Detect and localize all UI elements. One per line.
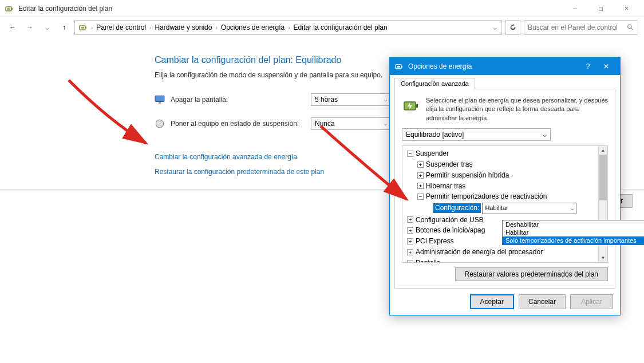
svg-rect-8: [155, 96, 164, 101]
setting-label: Apagar la pantalla:: [171, 96, 311, 104]
window-title: Editar la configuración del plan: [18, 5, 562, 13]
breadcrumb-item[interactable]: Hardware y sonido: [152, 22, 214, 33]
help-button[interactable]: ?: [579, 58, 597, 74]
tree-display[interactable]: Pantalla: [416, 258, 440, 263]
panel-description: Seleccione el plan de energía que desea …: [402, 96, 608, 123]
refresh-button[interactable]: [505, 20, 520, 35]
search-box[interactable]: [524, 20, 638, 35]
apply-button: Aplicar: [570, 294, 613, 309]
dialog-buttons: Aceptar Cancelar Aplicar: [390, 289, 620, 315]
restore-defaults-button[interactable]: Restaurar valores predeterminados del pl…: [455, 267, 608, 281]
chevron-down-icon: ⌵: [384, 97, 387, 102]
battery-icon: [78, 23, 88, 32]
navbar: ← → ⌵ ↑ › Panel de control › Hardware y …: [0, 17, 644, 38]
svg-rect-2: [7, 8, 10, 10]
settings-tree[interactable]: −Suspender +Suspender tras +Permitir sus…: [402, 145, 608, 263]
tree-cpu[interactable]: Administración de energía del procesador: [416, 247, 543, 257]
tree-buttons[interactable]: Botones de inicio/apag: [416, 226, 485, 235]
tree-wake-timers[interactable]: Permitir temporizadores de reactivación: [426, 192, 547, 202]
display-timeout-select[interactable]: 5 horas ⌵: [311, 93, 391, 106]
search-input[interactable]: [528, 23, 627, 31]
tree-pci[interactable]: PCI Express: [416, 236, 454, 246]
moon-icon: [155, 119, 165, 129]
chevron-right-icon: ›: [214, 25, 218, 31]
svg-rect-4: [85, 27, 86, 29]
config-value: Habilitar: [485, 204, 508, 212]
config-select[interactable]: Habilitar⌵: [482, 203, 576, 214]
dropdown-option-disable[interactable]: Deshabilitar: [503, 220, 644, 228]
expand-icon[interactable]: +: [417, 161, 424, 168]
cancel-button[interactable]: Cancelar: [519, 294, 566, 309]
window-titlebar: Editar la configuración del plan – □ ×: [0, 0, 644, 17]
collapse-icon[interactable]: −: [417, 194, 424, 200]
scroll-down-icon[interactable]: ▼: [599, 254, 607, 262]
expand-icon[interactable]: +: [407, 238, 413, 244]
close-button[interactable]: ×: [614, 1, 639, 17]
tree-suspend[interactable]: Suspender: [416, 149, 449, 159]
dialog-titlebar[interactable]: Opciones de energía ? ✕: [390, 58, 620, 75]
recent-dropdown[interactable]: ⌵: [40, 21, 54, 34]
maximize-button[interactable]: □: [588, 1, 614, 17]
svg-rect-1: [11, 8, 13, 10]
tree-usb[interactable]: Configuración de USB: [416, 215, 484, 225]
expand-icon[interactable]: +: [417, 172, 424, 179]
tree-hybrid[interactable]: Permitir suspensión híbrida: [426, 171, 509, 180]
config-dropdown-list[interactable]: Deshabilitar Habilitar Solo temporizador…: [502, 220, 644, 245]
svg-line-7: [631, 28, 633, 30]
svg-rect-15: [416, 104, 418, 108]
battery-icon: [5, 4, 14, 13]
chevron-right-icon: ›: [287, 25, 291, 31]
tab-advanced[interactable]: Configuración avanzada: [394, 78, 475, 89]
breadcrumb[interactable]: › Panel de control › Hardware y sonido ›…: [74, 20, 502, 35]
plan-select[interactable]: Equilibrado [activo] ⌵: [402, 128, 551, 141]
scroll-thumb[interactable]: [599, 155, 607, 200]
minimize-button[interactable]: –: [562, 1, 588, 17]
tree-hibernate[interactable]: Hibernar tras: [426, 182, 465, 191]
search-icon: [627, 23, 634, 31]
config-label: Configuración:: [433, 203, 481, 213]
tab-panel: Seleccione el plan de energía que desea …: [394, 89, 615, 289]
dropdown-option-important[interactable]: Solo temporizadores de activación import…: [503, 236, 644, 244]
svg-rect-9: [159, 102, 161, 104]
chevron-down-icon: ⌵: [543, 131, 547, 139]
breadcrumb-item[interactable]: Panel de control: [94, 22, 148, 33]
forward-button: →: [23, 21, 37, 34]
battery-large-icon: [402, 96, 420, 115]
chevron-right-icon: ›: [148, 25, 152, 31]
monitor-icon: [155, 94, 165, 105]
plan-value: Equilibrado [activo]: [406, 131, 464, 139]
breadcrumb-item[interactable]: Opciones de energía: [219, 22, 287, 33]
expand-icon[interactable]: +: [407, 216, 413, 223]
chevron-right-icon: ›: [90, 25, 94, 31]
setting-label: Poner al equipo en estado de suspensión:: [171, 120, 311, 128]
expand-icon[interactable]: +: [407, 260, 413, 263]
breadcrumb-dropdown[interactable]: ⌵: [489, 23, 500, 31]
collapse-icon[interactable]: −: [407, 151, 413, 157]
svg-rect-13: [397, 66, 400, 68]
expand-icon[interactable]: +: [407, 249, 413, 255]
up-button[interactable]: ↑: [57, 21, 71, 34]
select-value: 5 horas: [315, 96, 338, 104]
sleep-timeout-select[interactable]: Nunca ⌵: [311, 117, 391, 130]
ok-button[interactable]: Aceptar: [470, 294, 514, 309]
scroll-up-icon[interactable]: ▲: [599, 146, 607, 155]
breadcrumb-item[interactable]: Editar la configuración del plan: [291, 22, 390, 33]
chevron-down-icon: ⌵: [571, 205, 574, 212]
back-button[interactable]: ←: [6, 21, 19, 34]
power-options-dialog: Opciones de energía ? ✕ Configuración av…: [389, 57, 621, 315]
panel-description-text: Seleccione el plan de energía que desea …: [426, 96, 608, 123]
expand-icon[interactable]: +: [417, 183, 424, 189]
expand-icon[interactable]: +: [407, 227, 413, 234]
tree-suspend-after[interactable]: Suspender tras: [426, 160, 472, 169]
battery-icon: [394, 62, 404, 71]
dialog-close-button[interactable]: ✕: [597, 58, 615, 74]
select-value: Nunca: [315, 120, 335, 128]
dialog-title: Opciones de energía: [408, 62, 579, 70]
svg-point-10: [156, 120, 164, 128]
chevron-down-icon: ⌵: [384, 121, 387, 127]
dialog-tabs: Configuración avanzada: [390, 75, 620, 89]
svg-rect-12: [401, 66, 402, 68]
svg-point-6: [628, 25, 632, 29]
refresh-icon: [509, 23, 517, 31]
dropdown-option-enable[interactable]: Habilitar: [503, 228, 644, 236]
